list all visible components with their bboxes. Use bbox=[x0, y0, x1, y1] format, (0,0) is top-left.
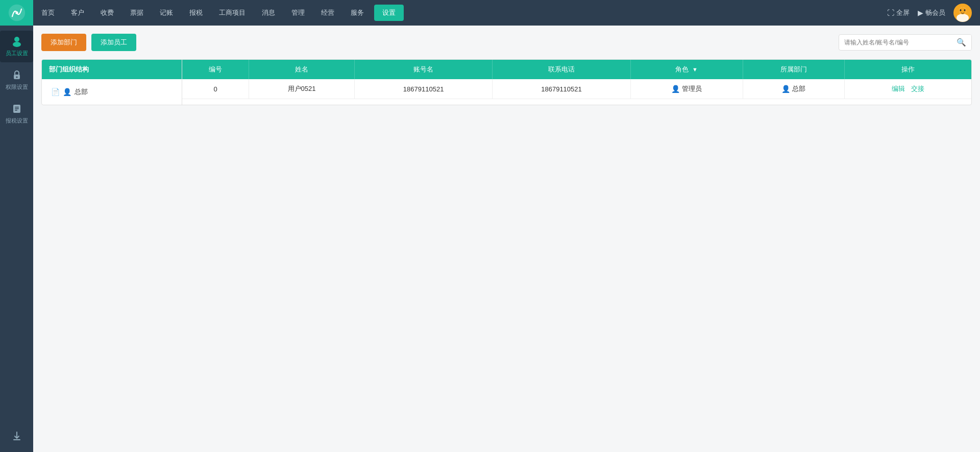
search-icon: 🔍 bbox=[957, 38, 966, 46]
tree-item-label: 总部 bbox=[75, 87, 88, 97]
nav-item-customer[interactable]: 客户 bbox=[63, 0, 92, 26]
nav-item-settings[interactable]: 设置 bbox=[374, 5, 404, 21]
svg-point-1 bbox=[15, 11, 18, 14]
col-header-account: 账号名 bbox=[354, 60, 492, 79]
col-header-id: 编号 bbox=[182, 60, 249, 79]
logo-area bbox=[0, 0, 33, 26]
fullscreen-icon: ⛶ bbox=[887, 9, 894, 17]
person-icon bbox=[11, 36, 22, 47]
table-row: 0 用户0521 18679110521 18679110521 👤 管理员 bbox=[182, 79, 971, 99]
sidebar-label-staff: 员工设置 bbox=[6, 50, 28, 57]
sidebar: 员工设置 权限设置 报税设置 bbox=[0, 26, 33, 452]
main-layout: 员工设置 权限设置 报税设置 bbox=[0, 26, 980, 452]
tree-body: 📄 👤 总部 bbox=[42, 79, 182, 105]
nav-item-home[interactable]: 首页 bbox=[33, 0, 63, 26]
add-staff-button[interactable]: 添加员工 bbox=[91, 34, 136, 51]
tax-icon bbox=[11, 103, 22, 114]
member-label: 畅会员 bbox=[925, 8, 945, 17]
nav-item-message[interactable]: 消息 bbox=[254, 0, 283, 26]
download-icon bbox=[11, 431, 22, 442]
role-user-icon: 👤 bbox=[671, 85, 680, 93]
svg-point-5 bbox=[960, 9, 962, 11]
search-bar: 🔍 bbox=[839, 34, 972, 51]
search-button[interactable]: 🔍 bbox=[951, 35, 971, 50]
fullscreen-btn[interactable]: ⛶ 全屏 bbox=[887, 8, 910, 17]
dept-icon: 👤 bbox=[781, 85, 790, 93]
role-filter-icon[interactable]: ▼ bbox=[692, 66, 698, 73]
svg-rect-12 bbox=[15, 107, 19, 108]
table-container: 部门组织结构 📄 👤 总部 编号 姓名 账号名 bbox=[41, 59, 972, 105]
top-nav: 首页 客户 收费 票据 记账 报税 工商项目 消息 管理 经营 服务 设置 ⛶ … bbox=[0, 0, 980, 26]
svg-rect-15 bbox=[13, 439, 20, 440]
role-label: 管理员 bbox=[682, 84, 702, 93]
cell-name: 用户0521 bbox=[249, 79, 355, 99]
content-area: 添加部门 添加员工 🔍 部门组织结构 📄 👤 总部 bbox=[33, 26, 980, 452]
nav-item-fee[interactable]: 收费 bbox=[92, 0, 122, 26]
svg-point-3 bbox=[957, 14, 969, 22]
search-input[interactable] bbox=[839, 36, 951, 49]
cell-phone: 18679110521 bbox=[493, 79, 630, 99]
cell-role: 👤 管理员 bbox=[630, 79, 743, 99]
cell-account: 18679110521 bbox=[354, 79, 492, 99]
svg-point-8 bbox=[13, 42, 21, 47]
cell-dept: 👤 总部 bbox=[743, 79, 844, 99]
tree-panel: 部门组织结构 📄 👤 总部 bbox=[42, 60, 182, 105]
nav-item-tax[interactable]: 报税 bbox=[181, 0, 211, 26]
nav-item-manage[interactable]: 管理 bbox=[283, 0, 313, 26]
svg-point-10 bbox=[16, 77, 17, 78]
nav-items: 首页 客户 收费 票据 记账 报税 工商项目 消息 管理 经营 服务 设置 bbox=[33, 0, 887, 26]
toolbar: 添加部门 添加员工 🔍 bbox=[41, 34, 972, 51]
sidebar-item-permission[interactable]: 权限设置 bbox=[0, 64, 33, 96]
member-icon: ▶ bbox=[918, 9, 923, 17]
nav-right: ⛶ 全屏 ▶ 畅会员 bbox=[887, 4, 980, 22]
svg-rect-14 bbox=[15, 110, 17, 111]
edit-link[interactable]: 编辑 bbox=[892, 85, 905, 92]
fullscreen-label: 全屏 bbox=[896, 8, 910, 17]
handover-link[interactable]: 交接 bbox=[911, 85, 924, 92]
dept-user-icon: 👤 bbox=[63, 88, 71, 96]
tree-header: 部门组织结构 bbox=[42, 60, 182, 79]
nav-item-accounting[interactable]: 记账 bbox=[152, 0, 181, 26]
lock-icon bbox=[11, 69, 22, 81]
data-table: 编号 姓名 账号名 联系电话 角色 ▼ 所属部门 操作 bbox=[182, 60, 971, 99]
avatar[interactable] bbox=[953, 4, 972, 22]
cell-id: 0 bbox=[182, 79, 249, 99]
dept-label: 总部 bbox=[792, 84, 805, 93]
svg-point-7 bbox=[14, 37, 19, 42]
nav-item-service[interactable]: 服务 bbox=[342, 0, 372, 26]
svg-rect-13 bbox=[15, 108, 19, 109]
sidebar-label-taxsetting: 报税设置 bbox=[6, 117, 28, 125]
data-table-wrap: 编号 姓名 账号名 联系电话 角色 ▼ 所属部门 操作 bbox=[182, 60, 971, 105]
col-header-role: 角色 ▼ bbox=[630, 60, 743, 79]
col-header-phone: 联系电话 bbox=[493, 60, 630, 79]
nav-item-bills[interactable]: 票据 bbox=[122, 0, 152, 26]
col-header-dept: 所属部门 bbox=[743, 60, 844, 79]
sidebar-label-permission: 权限设置 bbox=[6, 83, 28, 91]
file-icon: 📄 bbox=[51, 88, 60, 96]
col-header-action: 操作 bbox=[844, 60, 971, 79]
cell-action: 编辑 交接 bbox=[844, 79, 971, 99]
tree-item-general[interactable]: 📄 👤 总部 bbox=[47, 84, 177, 100]
add-dept-button[interactable]: 添加部门 bbox=[41, 34, 86, 51]
nav-item-operation[interactable]: 经营 bbox=[313, 0, 342, 26]
svg-point-6 bbox=[964, 9, 966, 11]
col-header-name: 姓名 bbox=[249, 60, 355, 79]
nav-item-business[interactable]: 工商项目 bbox=[211, 0, 254, 26]
sidebar-item-download[interactable] bbox=[0, 425, 33, 447]
sidebar-item-taxsetting[interactable]: 报税设置 bbox=[0, 98, 33, 130]
member-btn[interactable]: ▶ 畅会员 bbox=[918, 8, 945, 17]
sidebar-item-staff[interactable]: 员工设置 bbox=[0, 31, 33, 62]
